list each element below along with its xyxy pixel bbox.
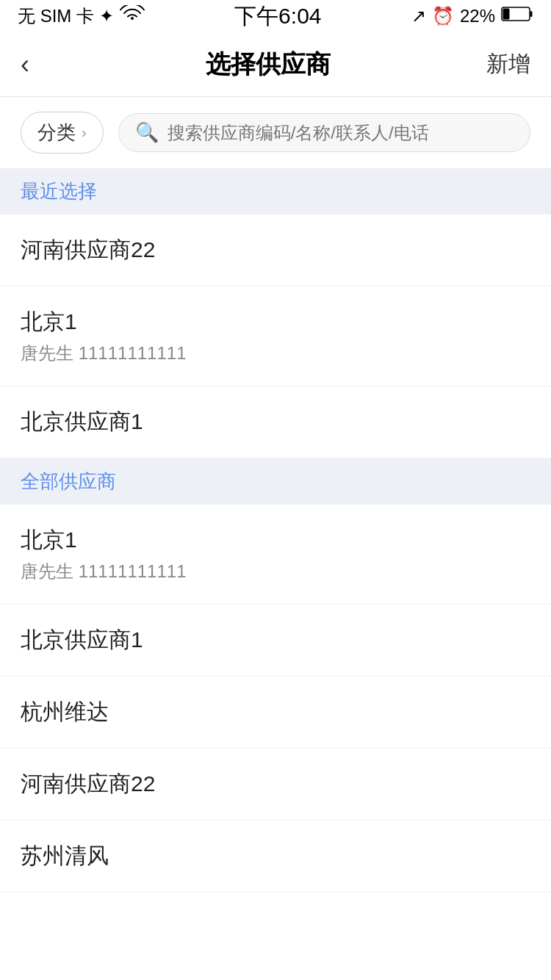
list-item[interactable]: 北京供应商1 xyxy=(0,605,551,677)
supplier-name: 河南供应商22 xyxy=(21,769,530,799)
supplier-name: 北京供应商1 xyxy=(21,407,530,437)
section-label-recent: 最近选择 xyxy=(21,180,97,202)
category-label: 分类 xyxy=(37,120,76,145)
supplier-name: 北京供应商1 xyxy=(21,625,530,655)
filter-bar: 分类 › 🔍 xyxy=(0,97,551,168)
status-time: 下午6:04 xyxy=(234,1,321,32)
svg-rect-2 xyxy=(530,11,532,17)
wifi-icon xyxy=(120,5,145,27)
category-filter-button[interactable]: 分类 › xyxy=(21,112,104,154)
back-button[interactable]: ‹ xyxy=(21,49,65,80)
location-icon: ↗ xyxy=(411,6,426,26)
search-icon: 🔍 xyxy=(135,121,159,144)
status-bar: 无 SIM 卡 ✦ 下午6:04 ↗ ⏰ 22% xyxy=(0,0,551,32)
nav-bar: ‹ 选择供应商 新增 xyxy=(0,32,551,97)
list-item[interactable]: 北京1唐先生 11111111111 xyxy=(0,287,551,386)
sim-status: 无 SIM 卡 ✦ xyxy=(18,4,114,28)
supplier-name: 北京1 xyxy=(21,307,530,337)
search-box[interactable]: 🔍 xyxy=(118,113,530,152)
supplier-name: 杭州维达 xyxy=(21,697,530,727)
list-item[interactable]: 苏州清风 xyxy=(0,821,551,893)
status-right: ↗ ⏰ 22% xyxy=(411,6,533,26)
page-title: 选择供应商 xyxy=(206,48,331,82)
battery-percent: 22% xyxy=(460,6,495,26)
add-button[interactable]: 新增 xyxy=(472,49,530,79)
supplier-list: 最近选择河南供应商22北京1唐先生 11111111111北京供应商1全部供应商… xyxy=(0,168,551,893)
status-left: 无 SIM 卡 ✦ xyxy=(18,4,145,28)
battery-icon xyxy=(501,6,533,26)
search-input[interactable] xyxy=(168,123,514,143)
section-header-all: 全部供应商 xyxy=(0,458,551,505)
section-label-all: 全部供应商 xyxy=(21,470,116,492)
supplier-name: 苏州清风 xyxy=(21,841,530,871)
chevron-right-icon: › xyxy=(82,124,87,141)
list-item[interactable]: 河南供应商22 xyxy=(0,215,551,287)
supplier-name: 河南供应商22 xyxy=(21,235,530,265)
svg-rect-1 xyxy=(503,9,509,20)
list-item[interactable]: 杭州维达 xyxy=(0,677,551,749)
section-header-recent: 最近选择 xyxy=(0,168,551,215)
list-item[interactable]: 河南供应商22 xyxy=(0,749,551,821)
supplier-contact: 唐先生 11111111111 xyxy=(21,342,530,365)
supplier-name: 北京1 xyxy=(21,525,530,555)
supplier-contact: 唐先生 11111111111 xyxy=(21,560,530,583)
alarm-icon: ⏰ xyxy=(432,6,454,26)
list-item[interactable]: 北京供应商1 xyxy=(0,386,551,458)
list-item[interactable]: 北京1唐先生 11111111111 xyxy=(0,505,551,605)
